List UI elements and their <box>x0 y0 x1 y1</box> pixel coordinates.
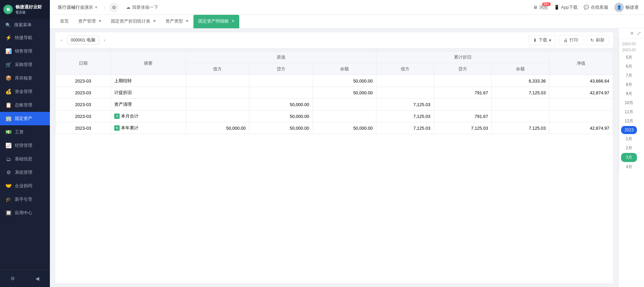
download-btn[interactable]: 📱 App下载 <box>554 4 578 10</box>
topbar-settings-btn[interactable]: ⚙ <box>109 3 119 12</box>
tab-depreciation-close[interactable]: ✕ <box>153 19 156 23</box>
timeline-month[interactable]: 7月 <box>619 71 639 80</box>
row-ad-debit <box>376 87 434 99</box>
row-net-value: 42,874.97 <box>549 87 613 99</box>
th-ov-debit: 借方 <box>186 63 249 75</box>
th-net-value: 净值 <box>549 52 613 75</box>
row-ov-balance <box>313 110 376 122</box>
company-selector[interactable]: 医疗器械行业演示 ▾ <box>55 3 100 12</box>
inventory-icon: 📦 <box>5 75 11 81</box>
timeline-month[interactable]: 11月 <box>619 107 639 117</box>
cooperation-icon: 🤝 <box>5 183 11 189</box>
tab-asset-type-close[interactable]: ✕ <box>186 19 189 23</box>
sidebar-nav: ⚡ 快捷导航 📊 销售管理 🛒 采购管理 📦 库存核算 💰 资金管理 📋 总账管… <box>0 31 50 270</box>
asset-nav-actions: ⬇ 下载 ▾ 🖨 打印 ↻ 刷新 <box>529 35 609 45</box>
timeline-month-2023[interactable]: 3月 <box>621 153 637 162</box>
sidebar-item-fixed-assets[interactable]: 🏢 固定资产 <box>0 112 50 125</box>
download-btn[interactable]: ⬇ 下载 ▾ <box>529 35 556 45</box>
tab-asset-type[interactable]: 资产类型 ✕ <box>161 15 193 28</box>
row-ov-debit <box>186 75 249 87</box>
sidebar-item-app-center[interactable]: 🔲 应用中心 <box>0 206 50 220</box>
sidebar-collapse-btn[interactable]: ◀ <box>32 274 43 284</box>
sidebar-search[interactable]: 🔍 搜索菜单 <box>0 19 50 31</box>
tab-asset-management-close[interactable]: ✕ <box>98 19 101 23</box>
sidebar-label-quick-nav: 快捷导航 <box>15 35 44 41</box>
tab-home[interactable]: 首页 <box>55 15 73 28</box>
sidebar-item-sales[interactable]: 📊 销售管理 <box>0 44 50 58</box>
timeline-month-2023[interactable]: 2月 <box>619 144 639 153</box>
table-row: 2023-03 年本年累计 50,000.00 50,000.00 50,000… <box>56 122 613 134</box>
prev-asset-btn[interactable]: ‹ <box>59 37 64 43</box>
sidebar-settings-btn[interactable]: ⚙ <box>7 274 18 284</box>
th-ad-credit: 贷方 <box>434 63 492 75</box>
user-menu[interactable]: 👤 畅捷通 <box>614 3 639 12</box>
timeline-month[interactable]: 8月 <box>619 80 639 89</box>
timeline-month[interactable]: 12月 <box>619 117 639 126</box>
timeline-year-2023[interactable]: 2023 <box>621 126 637 134</box>
th-ad-balance: 余额 <box>492 63 549 75</box>
sidebar-item-system[interactable]: ⚙ 系统管理 <box>0 166 50 179</box>
row-icon: 月 <box>114 114 120 119</box>
panel-close-btn[interactable]: ✕ <box>630 30 634 36</box>
service-btn[interactable]: 💬 在线客服 <box>584 4 608 10</box>
row-ad-debit: 7,125.03 <box>376 110 434 122</box>
sidebar-item-quick-nav[interactable]: ⚡ 快捷导航 <box>0 31 50 44</box>
fixed-assets-icon: 🏢 <box>5 116 11 122</box>
timeline-year-header[interactable]: 2023.03 <box>619 47 639 53</box>
basics-icon: 🗂 <box>5 156 11 162</box>
row-date: 2023-03 <box>56 99 111 110</box>
sidebar-item-purchase[interactable]: 🛒 采购管理 <box>0 58 50 71</box>
sidebar-bottom: ⚙ ◀ <box>0 270 50 287</box>
timeline-month-2023[interactable]: 4月 <box>619 162 639 171</box>
main-area: 医疗器械行业演示 ▾ | ⚙ ☁ 我要体验一下 🖥 消息 99+ 📱 App下载… <box>50 0 644 287</box>
timeline-year-header[interactable]: 2023.03 <box>619 41 639 47</box>
row-ov-debit <box>186 99 249 110</box>
timeline-month[interactable]: 6月 <box>619 62 639 71</box>
print-btn[interactable]: 🖨 打印 <box>559 35 583 45</box>
capital-icon: 💰 <box>5 89 11 95</box>
timeline-month-2023[interactable]: 1月 <box>619 134 639 144</box>
tab-asset-detail[interactable]: 固定资产明细账 ✕ <box>193 15 239 28</box>
asset-code: 000001 电脑 <box>67 36 99 44</box>
timeline-month[interactable]: 10月 <box>619 98 639 107</box>
sidebar-item-basics[interactable]: 🗂 基础信息 <box>0 152 50 166</box>
sidebar-item-capital[interactable]: 💰 资金管理 <box>0 85 50 98</box>
sidebar-item-operations[interactable]: 📈 经营管理 <box>0 139 50 152</box>
row-ov-balance <box>313 99 376 110</box>
panel-expand-btn[interactable]: ⤢ <box>637 30 641 36</box>
row-date: 2023-03 <box>56 110 111 122</box>
row-ad-balance: 7,125.03 <box>492 87 549 99</box>
row-ad-credit: 791.67 <box>434 110 492 122</box>
tab-asset-management[interactable]: 资产管理 ✕ <box>73 15 106 28</box>
service-icon: 💬 <box>584 5 589 10</box>
ledger-icon: 📋 <box>5 102 11 108</box>
table-row: 2023-03 月本月合计 50,000.00 7,125.03 791.67 <box>56 110 613 122</box>
row-ad-balance <box>492 99 549 110</box>
sidebar-item-cooperation[interactable]: 🤝 企业协同 <box>0 179 50 193</box>
refresh-icon: ↻ <box>590 38 594 43</box>
timeline-month[interactable]: 9月 <box>619 89 639 98</box>
row-ov-credit: 50,000.00 <box>249 110 313 122</box>
sidebar-label-operations: 经营管理 <box>15 142 44 149</box>
tab-depreciation-table[interactable]: 固定资产折旧统计表 ✕ <box>106 15 161 28</box>
message-btn[interactable]: 🖥 消息 99+ <box>533 4 548 10</box>
experience-btn[interactable]: ☁ 我要体验一下 <box>123 3 162 12</box>
print-label: 打印 <box>570 37 578 43</box>
sidebar-item-salary[interactable]: 💵 工资 <box>0 125 50 139</box>
sidebar-item-guide[interactable]: 🎓 新手引导 <box>0 193 50 206</box>
tab-home-label: 首页 <box>60 18 69 24</box>
timeline-month[interactable]: 5月 <box>619 53 639 62</box>
sidebar-item-ledger[interactable]: 📋 总账管理 <box>0 98 50 112</box>
row-summary-cell: 计提折旧 <box>111 87 186 99</box>
row-ad-balance: 7,125.03 <box>492 122 549 134</box>
asset-detail-table-wrap: 日期 摘要 原值 累计折旧 净值 借方 贷方 余额 借方 贷方 余额 <box>55 51 613 283</box>
print-icon: 🖨 <box>563 38 568 43</box>
sidebar-item-inventory[interactable]: 📦 库存核算 <box>0 71 50 85</box>
tab-asset-detail-close[interactable]: ✕ <box>232 19 235 23</box>
th-ad-debit: 借方 <box>376 63 434 75</box>
asset-nav: ‹ 000001 电脑 › ⬇ 下载 ▾ 🖨 打印 ↻ 刷新 <box>55 32 613 48</box>
company-name: 医疗器械行业演示 <box>58 4 93 10</box>
next-asset-btn[interactable]: › <box>102 37 107 43</box>
th-original-value: 原值 <box>186 52 376 63</box>
refresh-btn[interactable]: ↻ 刷新 <box>586 35 609 45</box>
